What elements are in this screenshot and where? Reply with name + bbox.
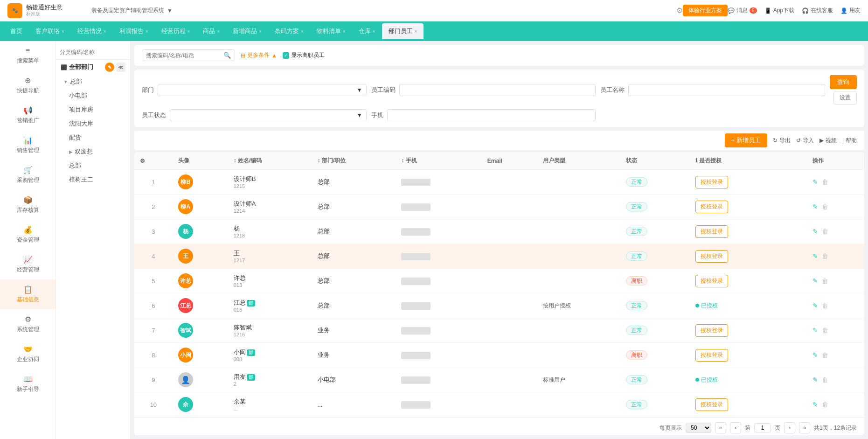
tree-item-zhishu[interactable]: 植树王二 <box>56 173 130 187</box>
help-btn[interactable]: | 帮助 <box>842 137 857 145</box>
auth-login-button[interactable]: 授权登录 <box>695 275 728 287</box>
auth-login-button[interactable]: 授权登录 <box>695 250 728 263</box>
show-resigned-checkbox[interactable]: ✓ 显示离职员工 <box>283 51 325 59</box>
delete-icon[interactable]: 🗑 <box>822 178 828 186</box>
phone-input[interactable] <box>387 109 596 121</box>
nav-search[interactable]: ≡ 搜索菜单 <box>0 41 56 70</box>
nav-sales[interactable]: 📊 销售管理 <box>0 130 56 160</box>
nav-guide[interactable]: 📖 新手引导 <box>0 369 56 399</box>
auth-login-button[interactable]: 授权登录 <box>695 349 728 362</box>
nav-purchase[interactable]: 🛒 采购管理 <box>0 160 56 190</box>
per-page-select[interactable]: 50 20 100 <box>686 423 711 433</box>
auth-login-button[interactable]: 授权登录 <box>695 225 728 238</box>
add-employee-button[interactable]: + 新增员工 <box>725 133 767 147</box>
nav-finance[interactable]: 💰 资金管理 <box>0 220 56 250</box>
nav-basic[interactable]: 📋 基础信息 <box>0 279 56 309</box>
more-conditions-btn[interactable]: ⊞ 更多条件 ▲ <box>241 51 277 59</box>
tab-history-close[interactable]: × <box>187 29 190 34</box>
tab-goods[interactable]: 商品 × <box>196 23 226 39</box>
delete-icon[interactable]: 🗑 <box>822 401 828 408</box>
tab-profit-close[interactable]: × <box>146 29 148 34</box>
edit-icon[interactable]: ✎ <box>812 178 818 186</box>
auth-login-button[interactable]: 授权登录 <box>695 324 728 337</box>
delete-icon[interactable]: 🗑 <box>822 252 828 260</box>
edit-icon[interactable]: ✎ <box>812 203 818 210</box>
tab-goods-close[interactable]: × <box>217 29 220 34</box>
tab-home[interactable]: 首页 <box>4 23 29 39</box>
tree-item-xiaodian[interactable]: 小电部 <box>56 89 130 103</box>
first-page-btn[interactable]: « <box>715 422 726 433</box>
tab-employee[interactable]: 部门员工 × <box>382 23 424 39</box>
tab-employee-close[interactable]: × <box>415 29 417 34</box>
col-phone[interactable]: ↕ 手机 <box>396 152 481 170</box>
tree-item-peihuo[interactable]: 配货 <box>56 131 130 145</box>
auth-login-button[interactable]: 授权登录 <box>695 398 728 411</box>
tab-business-close[interactable]: × <box>104 29 106 34</box>
emp-code-input[interactable] <box>399 84 596 96</box>
tab-history[interactable]: 经营历程 × <box>155 23 197 39</box>
prev-page-btn[interactable]: ‹ <box>730 422 741 433</box>
auth-login-button[interactable]: 授权登录 <box>695 176 728 188</box>
tab-barcode-close[interactable]: × <box>301 29 304 34</box>
delete-icon[interactable]: 🗑 <box>822 351 828 359</box>
search-input[interactable] <box>146 52 221 59</box>
page-input[interactable] <box>754 423 771 432</box>
delete-icon[interactable]: 🗑 <box>822 327 828 334</box>
col-settings[interactable]: ⚙ <box>134 152 173 170</box>
delete-icon[interactable]: 🗑 <box>822 203 828 210</box>
tab-add-goods[interactable]: 新增商品 × <box>226 23 268 39</box>
tree-collapse-btn[interactable]: ≪ <box>116 63 125 72</box>
tab-profit[interactable]: 利润报告 × <box>113 23 155 39</box>
tab-bom-close[interactable]: × <box>343 29 346 34</box>
nav-marketing[interactable]: 📢 营销推广 <box>0 100 56 130</box>
edit-icon[interactable]: ✎ <box>812 376 818 383</box>
delete-icon[interactable]: 🗑 <box>822 376 828 383</box>
edit-icon[interactable]: ✎ <box>812 302 818 309</box>
trial-button[interactable]: 体验行业方案 <box>683 5 728 16</box>
delete-icon[interactable]: 🗑 <box>822 228 828 235</box>
tree-edit-icon[interactable]: ✎ <box>105 63 114 72</box>
tab-business[interactable]: 经营情况 × <box>71 23 113 39</box>
tab-warehouse-close[interactable]: × <box>373 29 375 34</box>
last-page-btn[interactable]: » <box>799 422 810 433</box>
tree-item-shuangfei[interactable]: ▶ 双废想 <box>56 145 130 159</box>
nav-operation[interactable]: 📈 经营管理 <box>0 250 56 279</box>
tree-item-zongbu[interactable]: ▼ 总部 <box>56 75 130 89</box>
edit-icon[interactable]: ✎ <box>812 401 818 408</box>
emp-name-input[interactable] <box>628 84 825 96</box>
app-download-btn[interactable]: 📱 App下载 <box>764 7 794 14</box>
query-button[interactable]: 查询 <box>830 75 857 89</box>
view-btn[interactable]: ▶ 视频 <box>819 137 837 145</box>
nav-inventory[interactable]: 📦 库存核算 <box>0 190 56 220</box>
tab-bom[interactable]: 物料清单 × <box>310 23 352 39</box>
message-btn[interactable]: 💬 消息 6 <box>728 7 757 14</box>
edit-icon[interactable]: ✎ <box>812 351 818 359</box>
edit-icon[interactable]: ✎ <box>812 327 818 334</box>
tree-item-project[interactable]: 项目库房 <box>56 103 130 117</box>
set-button[interactable]: 设置 <box>833 91 857 105</box>
user-btn[interactable]: 👤 用友 <box>840 7 861 14</box>
auth-login-button[interactable]: 授权登录 <box>695 201 728 213</box>
edit-icon[interactable]: ✎ <box>812 252 818 260</box>
tab-customer-close[interactable]: × <box>62 29 64 34</box>
next-page-btn[interactable]: › <box>784 422 795 433</box>
edit-icon[interactable]: ✎ <box>812 277 818 285</box>
import-btn[interactable]: ↺ 导入 <box>796 137 814 145</box>
nav-system[interactable]: ⚙ 系统管理 <box>0 309 56 339</box>
tree-item-shenyang[interactable]: 沈阳大库 <box>56 117 130 131</box>
dept-search-input[interactable] <box>60 49 130 56</box>
tab-barcode[interactable]: 条码方案 × <box>268 23 310 39</box>
system-title-dropdown[interactable]: ▼ <box>167 7 173 14</box>
tab-warehouse[interactable]: 仓库 × <box>352 23 382 39</box>
delete-icon[interactable]: 🗑 <box>822 277 828 285</box>
edit-icon[interactable]: ✎ <box>812 228 818 235</box>
delete-icon[interactable]: 🗑 <box>822 302 828 309</box>
tree-item-zongbu2[interactable]: 总部 <box>56 159 130 173</box>
nav-collab[interactable]: 🤝 企业协同 <box>0 339 56 369</box>
nav-shortcut[interactable]: ⊕ 快捷导航 <box>0 70 56 100</box>
online-service-btn[interactable]: 🎧 在线客服 <box>802 7 833 14</box>
settings-icon[interactable]: ⚙ <box>676 6 683 15</box>
col-name[interactable]: ↕ 姓名/编码 <box>228 152 312 170</box>
col-dept[interactable]: ↕ 部门/职位 <box>312 152 396 170</box>
dept-select[interactable]: ▼ <box>158 84 367 96</box>
